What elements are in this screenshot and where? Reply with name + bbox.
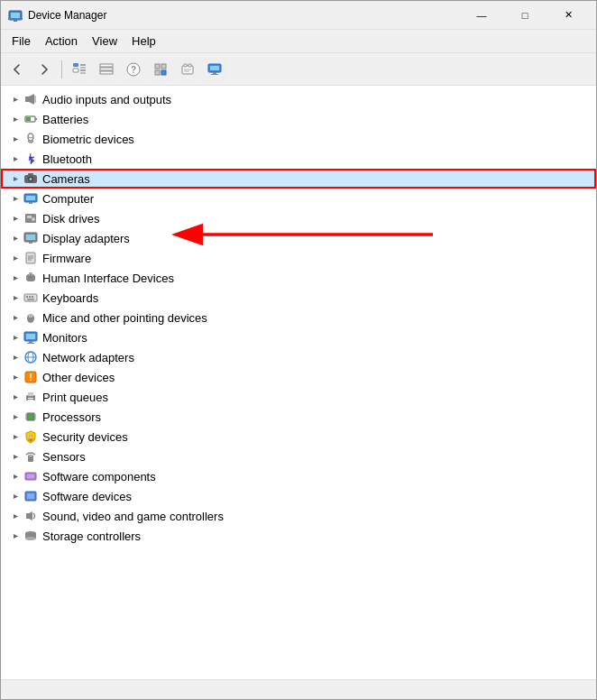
expand-icon-network[interactable] [8,350,23,364]
svg-marker-39 [14,177,18,181]
svg-marker-113 [29,511,32,520]
expand-icon-monitors[interactable] [8,330,23,345]
expand-icon-firmware[interactable] [8,251,23,265]
tree-item-network[interactable]: Network adapters [1,347,596,367]
tree-item-batteries[interactable]: Batteries [1,109,596,129]
svg-rect-47 [29,202,32,204]
menu-help[interactable]: Help [124,32,163,51]
svg-rect-77 [26,334,35,339]
tree-item-print[interactable]: Print queues [1,387,596,407]
svg-marker-108 [14,494,18,499]
tree-item-display[interactable]: Display adapters [1,228,596,248]
device-icon-batteries [23,111,39,127]
expand-icon-hid[interactable] [8,271,23,285]
tree-item-bluetooth[interactable]: Bluetooth [1,149,596,169]
tree-item-firmware[interactable]: Firmware [1,248,596,268]
svg-marker-105 [14,474,18,479]
device-label-computer: Computer [42,192,94,206]
svg-rect-68 [29,296,31,298]
forward-button[interactable] [32,57,57,82]
svg-marker-101 [14,435,18,439]
tree-view-button[interactable] [67,57,92,82]
tree-item-software-components[interactable]: Software components [1,466,596,486]
tree-item-mice[interactable]: Mice and other pointing devices [1,308,596,327]
expand-icon-bluetooth[interactable] [8,152,23,166]
monitor-button[interactable] [202,57,227,82]
tree-item-storage[interactable]: Storage controllers [1,526,596,546]
expand-icon-keyboards[interactable] [8,290,23,305]
svg-rect-10 [100,64,113,67]
svg-marker-75 [14,336,18,340]
svg-rect-78 [29,341,32,343]
device-label-sensors: Sensors [42,450,86,464]
device-icon-biometric [23,131,39,147]
tree-item-hid[interactable]: Human Interface Devices [1,268,596,288]
expand-icon-software-devices[interactable] [8,489,23,503]
menu-view[interactable]: View [85,32,124,51]
tree-item-sound[interactable]: Sound, video and game controllers [1,506,596,526]
svg-marker-56 [14,256,18,261]
device-label-batteries: Batteries [42,113,88,126]
svg-marker-65 [14,296,18,300]
tree-item-audio[interactable]: Audio inputs and outputs [1,89,596,109]
expand-icon-security[interactable] [8,429,23,444]
device-label-network: Network adapters [42,351,134,364]
device-icon-security: 🔒 [23,428,39,445]
expand-icon-sensors[interactable] [8,449,23,464]
svg-rect-112 [26,513,29,519]
expand-icon-audio[interactable] [8,92,23,106]
svg-rect-89 [28,392,33,396]
tree-item-security[interactable]: 🔒 Security devices [1,427,596,447]
device-label-disk: Disk drives [42,212,100,226]
device-icon-sound [23,508,39,524]
window-title: Device Manager [28,9,461,22]
device-icon-computer [23,190,39,207]
tree-item-biometric[interactable]: Biometric devices [1,129,596,149]
svg-rect-11 [100,68,113,70]
menu-file[interactable]: File [5,32,38,51]
tree-item-computer[interactable]: Computer [1,189,596,208]
tree-item-sensors[interactable]: Sensors [1,447,596,466]
svg-rect-67 [26,296,28,298]
run-button[interactable] [148,57,173,82]
list-button[interactable] [94,57,119,82]
menu-action[interactable]: Action [38,32,85,51]
back-button[interactable] [5,57,30,82]
tree-item-processors[interactable]: Processors [1,407,596,427]
device-label-bluetooth: Bluetooth [42,152,92,166]
tree-item-keyboards[interactable]: Keyboards [1,288,596,308]
tree-item-monitors[interactable]: Monitors [1,327,596,347]
device-label-processors: Processors [42,410,101,424]
expand-icon-sound[interactable] [8,509,23,523]
tree-item-other[interactable]: ! Other devices [1,367,596,387]
title-bar: Device Manager — □ ✕ [1,1,596,30]
tree-item-cameras[interactable]: Cameras [1,169,596,189]
expand-icon-display[interactable] [8,231,23,245]
expand-icon-disk[interactable] [8,211,23,226]
expand-icon-batteries[interactable] [8,112,23,126]
maximize-button[interactable]: □ [504,3,546,28]
close-button[interactable]: ✕ [547,3,589,28]
expand-icon-biometric[interactable] [8,132,23,146]
minimize-button[interactable]: — [461,3,502,28]
properties-button[interactable] [175,57,200,82]
svg-text:?: ? [131,65,136,75]
window-controls: — □ ✕ [461,3,589,28]
expand-icon-mice[interactable] [8,310,23,325]
device-icon-processors [23,409,39,425]
expand-icon-other[interactable] [8,370,23,384]
expand-icon-storage[interactable] [8,529,23,543]
expand-icon-computer[interactable] [8,191,23,206]
expand-icon-software-components[interactable] [8,469,23,484]
svg-rect-4 [73,63,78,67]
tree-item-disk[interactable]: Disk drives [1,208,596,228]
svg-rect-70 [27,299,34,300]
help-button[interactable]: ? [121,57,146,82]
expand-icon-cameras[interactable] [8,171,23,186]
device-tree[interactable]: Audio inputs and outputs Batteries Biome… [1,86,596,679]
device-label-security: Security devices [42,430,128,444]
expand-icon-processors[interactable] [8,410,23,424]
svg-point-37 [28,134,33,141]
expand-icon-print[interactable] [8,390,23,404]
tree-item-software-devices[interactable]: Software devices [1,486,596,506]
